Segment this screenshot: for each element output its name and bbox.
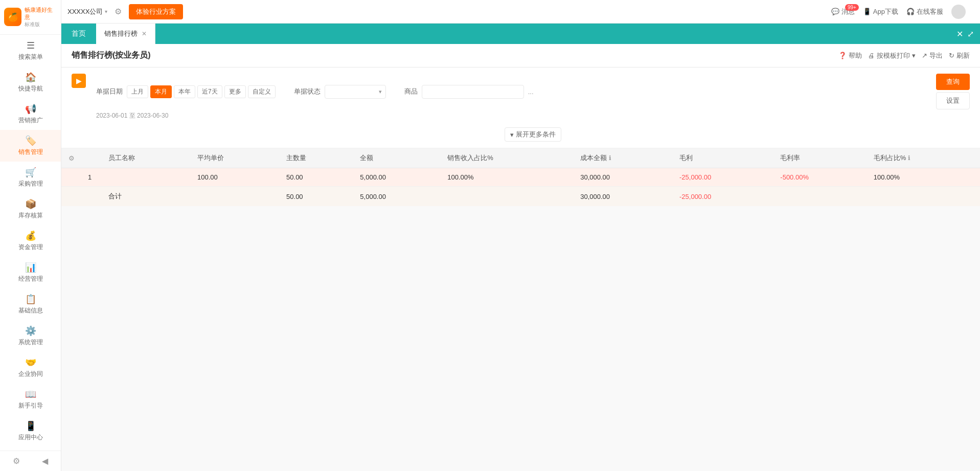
col-gross: 毛利: [673, 148, 774, 168]
avatar[interactable]: [951, 5, 966, 19]
col-gross-rate: 毛利率: [774, 148, 867, 168]
sidebar-item-quicknav[interactable]: 🏠快捷导航: [0, 66, 61, 98]
page-actions: ❓ 帮助 🖨 按模板打印 ▾ ↗ 导出 ↻ 刷新: [838, 51, 970, 60]
goods-dots[interactable]: ...: [528, 88, 534, 96]
status-select[interactable]: [325, 85, 386, 99]
col-avg-price: 平均单价: [191, 148, 280, 168]
table-header-row: ⚙ 员工名称 平均单价 主数量 全额 销售收入占比% 成本全额 ℹ 毛利 毛利率: [61, 148, 980, 168]
date-btn-custom[interactable]: 自定义: [248, 85, 276, 98]
expand-label: 展开更多条件: [516, 130, 556, 139]
sidebar-item-collab[interactable]: 🤝企业协同: [0, 352, 61, 384]
online-service-action[interactable]: 🎧 在线客服: [906, 7, 943, 16]
logo-sub: 标准版: [25, 21, 57, 28]
sidebar: 🍊 畅康通好生意 标准版 ☰搜索菜单🏠快捷导航📢营销推广🏷️销售管理🛒采购管理📦…: [0, 0, 61, 471]
cell-amount: 5,000.00: [354, 168, 441, 187]
logo-icon: 🍊: [4, 8, 21, 26]
col-amount: 全额: [354, 148, 441, 168]
date-btn-7days[interactable]: 近7天: [197, 85, 222, 98]
page-title: 销售排行榜(按业务员): [72, 50, 151, 61]
expand-icon: ▾: [510, 131, 514, 139]
goods-filter-label: 商品: [404, 87, 418, 96]
cell-qty: 50.00: [280, 168, 354, 187]
sidebar-item-operations[interactable]: 📊经营管理: [0, 257, 61, 288]
sidebar-item-search[interactable]: ☰搜索菜单: [0, 35, 61, 66]
sidebar-item-purchase[interactable]: 🛒采购管理: [0, 162, 61, 193]
gross-ratio-help-icon[interactable]: ℹ: [908, 154, 910, 162]
goods-input[interactable]: [422, 85, 524, 99]
print-chevron-icon: ▾: [912, 52, 916, 59]
sidebar-item-appcenter[interactable]: 📱应用中心: [0, 415, 61, 447]
cell-cost: 30,000.00: [574, 168, 673, 187]
date-btn-more[interactable]: 更多: [224, 85, 246, 98]
footer-rank: [82, 187, 102, 207]
sidebar-icon-quicknav: 🏠: [25, 72, 36, 83]
sidebar-icon-purchase: 🛒: [25, 167, 36, 178]
message-action[interactable]: 💬 消息 99+: [831, 7, 855, 16]
cell-gross-ratio: 100.00%: [868, 168, 980, 187]
footer-gross-ratio: [868, 187, 980, 207]
help-button[interactable]: ❓ 帮助: [838, 51, 862, 60]
print-button[interactable]: 🖨 按模板打印 ▾: [868, 51, 916, 60]
expand-more-btn[interactable]: ▾ 展开更多条件: [505, 127, 561, 142]
status-select-wrap: [325, 85, 386, 99]
sidebar-collapse-btn[interactable]: ◀: [42, 456, 48, 466]
cost-help-icon[interactable]: ℹ: [609, 154, 611, 162]
sidebar-settings-btn[interactable]: ⚙: [13, 456, 20, 466]
window-close-btn[interactable]: ✕: [956, 29, 963, 39]
refresh-button[interactable]: ↻ 刷新: [949, 51, 970, 60]
cell-gross-rate: -500.00%: [774, 168, 867, 187]
sidebar-icon-sales: 🏷️: [25, 135, 36, 146]
status-filter-label: 单据状态: [294, 87, 321, 96]
sidebar-icon-search: ☰: [27, 40, 35, 51]
tab-bar: 首页 销售排行榜 ✕ ✕ ⤢: [61, 24, 980, 44]
filter-action-area: 查询 设置: [936, 74, 970, 109]
status-filter-section: 单据状态: [294, 85, 396, 99]
settings-col-icon[interactable]: ⚙: [69, 154, 75, 162]
tab-home[interactable]: 首页: [61, 24, 96, 44]
chevron-down-icon: ▾: [105, 9, 107, 14]
sidebar-icon-basic: 📋: [25, 294, 36, 305]
col-name: 员工名称: [102, 148, 191, 168]
sidebar-item-marketing[interactable]: 📢营销推广: [0, 98, 61, 130]
window-expand-btn[interactable]: ⤢: [967, 29, 974, 39]
company-selector[interactable]: XXXXX公司 ▾: [67, 7, 107, 16]
tab-close-icon[interactable]: ✕: [142, 30, 147, 37]
footer-label: 合计: [102, 187, 191, 207]
filter-row: 单据日期 上月 本月 本年 近7天 更多 自定义: [96, 74, 970, 109]
sidebar-item-guide[interactable]: 📖新手引导: [0, 384, 61, 415]
sales-table: ⚙ 员工名称 平均单价 主数量 全额 销售收入占比% 成本全额 ℹ 毛利 毛利率: [61, 148, 980, 206]
col-settings[interactable]: ⚙: [61, 148, 82, 168]
footer-cost: 30,000.00: [574, 187, 673, 207]
sidebar-nav: ☰搜索菜单🏠快捷导航📢营销推广🏷️销售管理🛒采购管理📦库存核算💰资金管理📊经营管…: [0, 35, 61, 451]
tab-sales-ranking[interactable]: 销售排行榜 ✕: [96, 24, 155, 44]
print-icon: 🖨: [868, 52, 875, 59]
export-button[interactable]: ↗ 导出: [922, 51, 943, 60]
date-btn-prev-month[interactable]: 上月: [127, 85, 148, 98]
date-btn-this-year[interactable]: 本年: [174, 85, 195, 98]
sidebar-item-system[interactable]: ⚙️系统管理: [0, 320, 61, 352]
footer-settings: [61, 187, 82, 207]
cell-sales-ratio: 100.00%: [441, 168, 574, 187]
header-settings-icon[interactable]: ⚙: [115, 7, 122, 16]
app-icon: 📱: [863, 8, 871, 15]
sidebar-icon-inventory: 📦: [25, 198, 36, 210]
header-right: 💬 消息 99+ 📱 App下载 🎧 在线客服: [831, 5, 974, 19]
sidebar-item-basic[interactable]: 📋基础信息: [0, 288, 61, 320]
sidebar-item-finance[interactable]: 💰资金管理: [0, 225, 61, 257]
query-button[interactable]: 查询: [936, 74, 970, 90]
trial-button[interactable]: 体验行业方案: [129, 4, 183, 19]
date-range-display: 2023-06-01 至 2023-06-30: [96, 111, 970, 120]
app-label: App下载: [873, 7, 898, 16]
footer-gross-rate: [774, 187, 867, 207]
date-btn-this-month[interactable]: 本月: [150, 85, 172, 98]
service-icon: 🎧: [906, 8, 915, 15]
table-body: 1 100.00 50.00 5,000.00 100.00% 30,000.0…: [61, 168, 980, 187]
sidebar-icon-finance: 💰: [25, 230, 36, 241]
sidebar-item-inventory[interactable]: 📦库存核算: [0, 193, 61, 225]
app-download-action[interactable]: 📱 App下载: [863, 7, 898, 16]
sidebar-item-sales[interactable]: 🏷️销售管理: [0, 130, 61, 162]
filter-toggle-btn[interactable]: ▶: [72, 74, 86, 88]
tab-label: 销售排行榜: [104, 29, 138, 38]
settings-button[interactable]: 设置: [936, 92, 970, 109]
sidebar-item-wechat[interactable]: 💬企业微信: [0, 447, 61, 451]
